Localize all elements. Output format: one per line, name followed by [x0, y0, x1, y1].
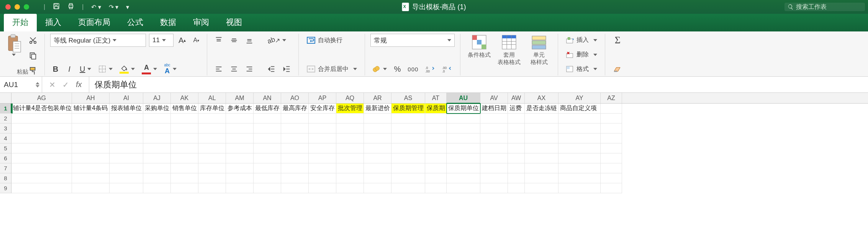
cell-AH6[interactable] — [72, 153, 110, 163]
row-header-6[interactable]: 6 — [0, 153, 11, 163]
cell-AN8[interactable] — [254, 173, 281, 183]
name-box[interactable]: AU1 — [0, 77, 42, 92]
cell-AO2[interactable] — [281, 114, 309, 123]
cell-AG1[interactable]: 辅计量4是否包装单位 — [11, 104, 72, 114]
cell-AH8[interactable] — [72, 173, 110, 183]
cell-AU8[interactable] — [447, 173, 480, 183]
cell-AK6[interactable] — [171, 153, 198, 163]
minimize-window-icon[interactable] — [15, 4, 20, 10]
wrap-text-button[interactable]: 自动换行 — [304, 34, 359, 47]
format-as-table-button[interactable]: 套用 表格格式 — [496, 34, 522, 66]
cell-AQ7[interactable] — [336, 163, 364, 173]
cell-AY6[interactable] — [558, 153, 601, 163]
italic-button[interactable]: I — [64, 63, 75, 76]
cell-AK5[interactable] — [171, 143, 198, 153]
cell-AS5[interactable] — [391, 143, 425, 153]
cell-AP2[interactable] — [309, 114, 336, 123]
cell-AX4[interactable] — [525, 133, 558, 143]
name-box-stepper[interactable] — [36, 82, 39, 87]
cell-AH4[interactable] — [72, 133, 110, 143]
cell-AG9[interactable] — [11, 183, 72, 193]
cell-AR1[interactable]: 最新进价 — [364, 104, 391, 114]
cell-AM5[interactable] — [226, 143, 254, 153]
column-header-AW[interactable]: AW — [508, 93, 525, 103]
align-bottom-icon[interactable] — [243, 34, 255, 47]
cell-AP8[interactable] — [309, 173, 336, 183]
cell-AW9[interactable] — [508, 183, 525, 193]
cell-AH1[interactable]: 辅计量4条码 — [72, 104, 110, 114]
cell-AZ4[interactable] — [601, 133, 622, 143]
tab-开始[interactable]: 开始 — [4, 14, 37, 31]
fill-color-button[interactable] — [118, 63, 137, 76]
cell-AV1[interactable]: 建档日期 — [480, 104, 508, 114]
cell-AN9[interactable] — [254, 183, 281, 193]
cell-AG4[interactable] — [11, 133, 72, 143]
cell-AP1[interactable]: 安全库存 — [309, 104, 336, 114]
cell-AV7[interactable] — [480, 163, 508, 173]
tab-审阅[interactable]: 审阅 — [185, 14, 218, 31]
cell-AQ5[interactable] — [336, 143, 364, 153]
cell-AM3[interactable] — [226, 123, 254, 133]
cell-AQ2[interactable] — [336, 114, 364, 123]
decrease-font-icon[interactable]: A▾ — [191, 34, 201, 47]
cell-AQ9[interactable] — [336, 183, 364, 193]
search-input[interactable] — [796, 3, 857, 10]
cell-AI4[interactable] — [110, 133, 143, 143]
cell-AT2[interactable] — [425, 114, 447, 123]
cell-AT7[interactable] — [425, 163, 447, 173]
cell-AM4[interactable] — [226, 133, 254, 143]
tab-页面布局[interactable]: 页面布局 — [70, 14, 119, 31]
cell-AY7[interactable] — [558, 163, 601, 173]
copy-icon[interactable] — [27, 49, 39, 62]
cell-AY2[interactable] — [558, 114, 601, 123]
column-header-AN[interactable]: AN — [254, 93, 281, 103]
cell-AO8[interactable] — [281, 173, 309, 183]
cell-AM9[interactable] — [226, 183, 254, 193]
cell-AT4[interactable] — [425, 133, 447, 143]
tab-视图[interactable]: 视图 — [218, 14, 251, 31]
cell-AJ6[interactable] — [143, 153, 171, 163]
column-header-AH[interactable]: AH — [72, 93, 110, 103]
close-window-icon[interactable] — [5, 4, 11, 10]
bold-button[interactable]: B — [50, 63, 61, 76]
align-top-icon[interactable] — [213, 34, 225, 47]
cell-AR9[interactable] — [364, 183, 391, 193]
cell-AZ8[interactable] — [601, 173, 622, 183]
cell-AP4[interactable] — [309, 133, 336, 143]
cell-AZ3[interactable] — [601, 123, 622, 133]
cell-AO6[interactable] — [281, 153, 309, 163]
cell-AJ7[interactable] — [143, 163, 171, 173]
cell-AS3[interactable] — [391, 123, 425, 133]
cell-AL3[interactable] — [198, 123, 226, 133]
cell-AR4[interactable] — [364, 133, 391, 143]
comma-style-icon[interactable]: 000 — [406, 63, 420, 76]
orientation-icon[interactable]: ab↗ — [265, 34, 288, 47]
cell-AR5[interactable] — [364, 143, 391, 153]
cell-AL9[interactable] — [198, 183, 226, 193]
cell-AK9[interactable] — [171, 183, 198, 193]
cell-AV8[interactable] — [480, 173, 508, 183]
cell-AS6[interactable] — [391, 153, 425, 163]
cell-AW4[interactable] — [508, 133, 525, 143]
cell-AS7[interactable] — [391, 163, 425, 173]
cell-AH7[interactable] — [72, 163, 110, 173]
cell-AL4[interactable] — [198, 133, 226, 143]
number-format-select[interactable]: 常规 — [370, 34, 455, 47]
column-header-AG[interactable]: AG — [11, 93, 72, 103]
insert-function-icon[interactable]: fx — [76, 80, 82, 89]
cell-AW6[interactable] — [508, 153, 525, 163]
print-icon[interactable] — [65, 1, 77, 13]
row-header-4[interactable]: 4 — [0, 133, 11, 143]
row-header-9[interactable]: 9 — [0, 183, 11, 193]
cell-AK1[interactable]: 销售单位 — [171, 104, 198, 114]
cell-AG6[interactable] — [11, 153, 72, 163]
cell-AJ2[interactable] — [143, 114, 171, 123]
cell-AL7[interactable] — [198, 163, 226, 173]
cell-AW8[interactable] — [508, 173, 525, 183]
cell-AZ7[interactable] — [601, 163, 622, 173]
cell-AP6[interactable] — [309, 153, 336, 163]
column-header-AQ[interactable]: AQ — [336, 93, 364, 103]
increase-font-icon[interactable]: A▴ — [177, 34, 188, 47]
cell-AS4[interactable] — [391, 133, 425, 143]
cell-AN1[interactable]: 最低库存 — [254, 104, 281, 114]
